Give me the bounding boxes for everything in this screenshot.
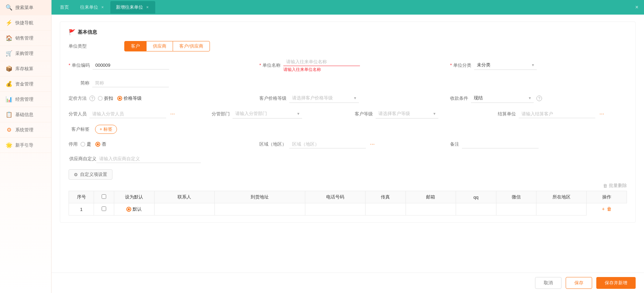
unit-code-input[interactable] [93, 61, 169, 70]
row-add-btn[interactable]: + [602, 206, 605, 212]
tab-partners-close[interactable]: × [100, 5, 105, 10]
inventory-icon: 📦 [6, 65, 13, 72]
sidebar-item-inventory[interactable]: 📦 库存核算 [0, 61, 51, 76]
settlement-unit-label: 结算单位 [498, 111, 516, 117]
col-email: 邮箱 [406, 191, 456, 203]
tab-partners[interactable]: 往来单位 × [74, 1, 110, 14]
pricing-method-label: 定价方法 [69, 95, 87, 101]
radio-disabled-no[interactable]: 否 [95, 141, 106, 147]
sidebar-item-quick-nav[interactable]: ⚡ 快捷导航 [0, 15, 51, 31]
default-radio-circle [126, 207, 131, 212]
cell-default: 默认 [114, 203, 154, 215]
add-tag-btn[interactable]: + 标签 [95, 125, 117, 134]
pricing-method-field: 定价方法 ? 折扣 价格等级 [69, 95, 245, 101]
payment-condition-select[interactable]: 现结 ▾ [471, 93, 534, 103]
tab-home[interactable]: 首页 [54, 1, 74, 14]
radio-no-circle [95, 142, 100, 147]
select-all-checkbox[interactable] [102, 194, 106, 199]
short-name-input[interactable] [92, 79, 169, 87]
region-table-input[interactable] [541, 207, 582, 212]
manager-input[interactable] [89, 110, 166, 118]
col-fax: 传真 [366, 191, 406, 203]
settlement-unit-input[interactable] [519, 110, 595, 118]
tab-new-partner[interactable]: 新增往来单位 × [110, 1, 155, 14]
unit-name-input[interactable] [283, 58, 360, 66]
col-action: 操作 [587, 191, 627, 203]
phone-input[interactable] [309, 207, 361, 212]
chevron-down-icon: ▾ [433, 111, 435, 116]
pricing-row: 定价方法 ? 折扣 价格等级 客户价格等级 [69, 93, 627, 103]
address-input[interactable] [219, 207, 301, 212]
radio-default[interactable]: 默认 [118, 206, 150, 212]
cell-email [406, 203, 456, 215]
disabled-radio-group: 是 否 [80, 141, 106, 147]
email-input[interactable] [410, 207, 451, 212]
region-input[interactable] [289, 140, 366, 148]
unit-name-input-group: 请输入往来单位名称 [283, 58, 360, 73]
customer-price-select[interactable]: 请选择客户价格等级 ▾ [289, 93, 359, 103]
sidebar-item-basic-info[interactable]: 📋 基础信息 [0, 107, 51, 122]
qq-input[interactable] [460, 207, 492, 212]
customer-level-select[interactable]: 请选择客户等级 ▾ [376, 109, 438, 119]
footer: 取消 保存 保存并新增 [52, 272, 644, 293]
sidebar-item-operations[interactable]: 📊 经营管理 [0, 92, 51, 107]
unit-category-select[interactable]: 未分类 ▾ [474, 60, 537, 70]
table-row: 1 默认 [69, 203, 627, 215]
radio-disabled-yes[interactable]: 是 [80, 141, 91, 147]
sidebar-item-label: 搜索菜单 [15, 5, 33, 11]
unit-name-error: 请输入往来单位名称 [283, 67, 360, 73]
search-menu-icon: 🔍 [6, 4, 13, 11]
tab-bar-close-all[interactable]: × [633, 3, 641, 12]
section-title-icon-flag: 🚩 [69, 29, 76, 35]
payment-condition-label: 收款条件 [450, 95, 468, 101]
region-label: 区域（地区） [259, 141, 286, 147]
sidebar-item-purchase[interactable]: 🛒 采购管理 [0, 46, 51, 61]
chevron-down-icon: ▾ [529, 96, 531, 100]
tab-new-partner-close[interactable]: × [145, 5, 150, 10]
custom-setting-btn[interactable]: ⚙ 自定义项设置 [69, 169, 112, 180]
radio-discount[interactable]: 折扣 [98, 95, 113, 101]
col-seq: 序号 [69, 191, 94, 203]
customer-price-label: 客户价格等级 [259, 95, 286, 101]
type-btn-customer[interactable]: 客户 [124, 41, 147, 51]
sidebar-item-finance[interactable]: 💰 资金管理 [0, 76, 51, 92]
operations-icon: 📊 [6, 96, 13, 103]
sidebar-item-system[interactable]: ⚙ 系统管理 [0, 122, 51, 138]
department-select[interactable]: 请输入分管部门 ▾ [233, 109, 302, 119]
row-del-btn[interactable]: 🗑 [607, 206, 612, 212]
payment-condition-field: 收款条件 现结 ▾ ? [450, 93, 627, 103]
cell-phone [305, 203, 365, 215]
cell-action: + 🗑 [587, 203, 627, 214]
sidebar-item-sales[interactable]: 🏠 销售管理 [0, 31, 51, 46]
save-button[interactable]: 保存 [566, 277, 592, 289]
batch-delete-btn[interactable]: 🗑 批量删除 [603, 182, 627, 189]
sidebar-item-label: 基础信息 [15, 112, 33, 118]
radio-price-level[interactable]: 价格等级 [117, 95, 142, 101]
sidebar-item-new-guide[interactable]: 🌟 新手引导 [0, 138, 51, 153]
trash-icon: 🗑 [603, 183, 607, 188]
type-btn-both[interactable]: 客户/供应商 [173, 41, 210, 51]
settlement-more-btn[interactable]: ··· [598, 111, 605, 117]
disabled-field: 停用 是 否 [69, 141, 245, 147]
supplier-custom-input[interactable] [96, 155, 201, 163]
cancel-button[interactable]: 取消 [535, 277, 561, 289]
save-new-button[interactable]: 保存并新增 [596, 277, 636, 289]
wechat-input[interactable] [501, 207, 532, 212]
tab-bar: 首页 往来单位 × 新增往来单位 × × [52, 0, 644, 15]
department-field: 分管部门 请输入分管部门 ▾ [212, 109, 341, 119]
remark-field: 备注 [450, 140, 627, 148]
purchase-icon: 🛒 [6, 50, 13, 57]
region-more-btn[interactable]: ··· [369, 141, 376, 147]
cell-address [214, 203, 305, 215]
pricing-help-icon[interactable]: ? [89, 96, 95, 101]
sidebar-item-search[interactable]: 🔍 搜索菜单 [0, 0, 51, 15]
payment-help-icon[interactable]: ? [536, 96, 542, 101]
fax-input[interactable] [370, 207, 401, 212]
customer-level-field: 客户等级 请选择客户等级 ▾ [355, 109, 484, 119]
manager-more-btn[interactable]: ··· [169, 111, 176, 117]
type-btn-supplier[interactable]: 供应商 [147, 41, 173, 51]
row-checkbox[interactable] [102, 206, 106, 211]
unit-type-row: 单位类型 客户 供应商 客户/供应商 [69, 41, 627, 51]
remark-input[interactable] [462, 140, 539, 148]
contact-input[interactable] [159, 207, 210, 212]
